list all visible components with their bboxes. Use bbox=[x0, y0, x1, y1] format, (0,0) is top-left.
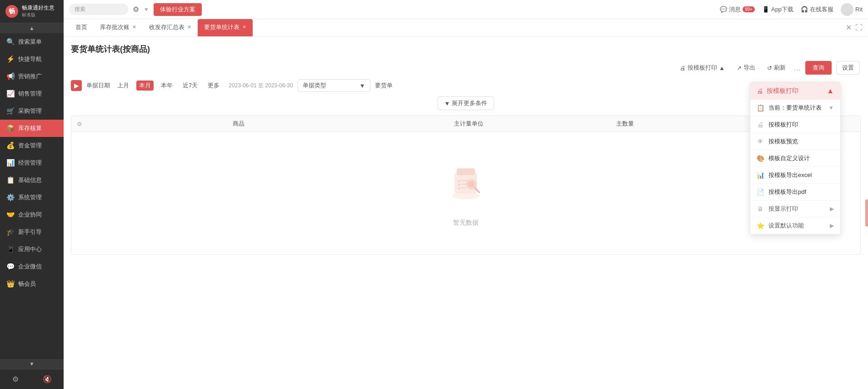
sidebar-scroll-up[interactable]: ▲ bbox=[0, 23, 64, 33]
sidebar-item-members[interactable]: 👑 畅会员 bbox=[0, 275, 64, 293]
query-button[interactable]: 查询 bbox=[805, 61, 832, 75]
table-settings-icon[interactable]: ⚙ bbox=[77, 121, 82, 127]
dropdown-current-item[interactable]: 📋 当前：要货单统计表 ▼ bbox=[750, 100, 840, 116]
template-design-icon: 🎨 bbox=[757, 155, 764, 162]
sidebar-item-label: 新手引导 bbox=[18, 228, 42, 236]
refresh-button[interactable]: ↺ 刷新 bbox=[763, 62, 789, 74]
tab-order-stats-label: 要货单统计表 bbox=[204, 23, 239, 31]
online-service-button[interactable]: 🎧 在线客服 bbox=[801, 5, 833, 14]
filter-toggle-button[interactable]: ▶ bbox=[71, 80, 82, 91]
sidebar-speaker-icon[interactable]: 🔇 bbox=[41, 373, 54, 385]
more-options-button[interactable]: ... bbox=[794, 63, 801, 73]
date-more-button[interactable]: 更多 bbox=[205, 81, 222, 91]
graduation-icon: 🎓 bbox=[6, 228, 15, 236]
user-avatar-area[interactable]: Rit bbox=[841, 3, 863, 16]
lightning-icon: ⚡ bbox=[6, 55, 15, 63]
date-current-year-button[interactable]: 本年 bbox=[158, 81, 175, 91]
order-type-select[interactable]: 单据类型 ▼ bbox=[298, 79, 370, 92]
expand-conditions-button[interactable]: ▼ 展开更多条件 bbox=[438, 96, 494, 110]
sidebar-item-basic-info[interactable]: 📋 基础信息 bbox=[0, 172, 64, 189]
sidebar-item-enterprise[interactable]: 🤝 企业协同 bbox=[0, 206, 64, 223]
sidebar-item-guide[interactable]: 🎓 新手引导 bbox=[0, 223, 64, 241]
sidebar-item-marketing[interactable]: 📢 营销推广 bbox=[0, 68, 64, 85]
sidebar-item-finance[interactable]: 💰 资金管理 bbox=[0, 137, 64, 154]
sidebar-item-label: 搜索菜单 bbox=[18, 38, 42, 46]
dropdown-item-set-default[interactable]: ⭐ 设置默认功能 ▶ bbox=[750, 217, 840, 234]
page-title: 要货单统计表(按商品) bbox=[71, 44, 861, 55]
topbar-chevron-icon[interactable]: ▼ bbox=[144, 6, 149, 13]
tabs-bar: 首页 库存批次账 ✕ 收发存汇总表 ✕ 要货单统计表 ✕ ✕ ⛶ bbox=[64, 19, 868, 36]
topbar-gear-icon[interactable]: ⚙ bbox=[133, 5, 139, 14]
sidebar-item-search[interactable]: 🔍 搜索菜单 bbox=[0, 33, 64, 51]
sidebar-item-apps[interactable]: 📱 应用中心 bbox=[0, 241, 64, 258]
set-default-chevron-icon: ▶ bbox=[830, 222, 834, 229]
dropdown-item-display-print[interactable]: 🖥 按显示打印 ▶ bbox=[750, 201, 840, 217]
sidebar-item-wechat[interactable]: 💬 企业微信 bbox=[0, 258, 64, 275]
export-label: 导出 bbox=[743, 64, 755, 72]
mobile-icon: 📱 bbox=[6, 245, 15, 253]
logo-icon: 畅 bbox=[5, 5, 18, 18]
tab-close-window-icon[interactable]: ✕ bbox=[846, 23, 852, 32]
chat-icon: 💬 bbox=[6, 263, 15, 271]
dropdown-item-template-print[interactable]: 🖨 按模板打印 bbox=[750, 116, 840, 133]
tab-collection-summary[interactable]: 收发存汇总表 ✕ bbox=[143, 19, 198, 36]
sidebar-item-operations[interactable]: 📊 经营管理 bbox=[0, 154, 64, 172]
order-type-label: 单据类型 bbox=[303, 81, 326, 90]
dropdown-item-export-excel[interactable]: 📊 按模板导出excel bbox=[750, 167, 840, 184]
tab-home-label: 首页 bbox=[75, 23, 87, 31]
chevron-down-icon: ▼ bbox=[359, 82, 365, 89]
search-input[interactable]: 搜索 bbox=[69, 4, 128, 15]
export-pdf-icon: 📄 bbox=[757, 188, 764, 196]
app-download-button[interactable]: 📱 App下载 bbox=[762, 5, 793, 14]
sidebar-settings-icon[interactable]: ⚙ bbox=[10, 373, 20, 385]
dropdown-item-template-preview[interactable]: 👁 按模板预览 bbox=[750, 133, 840, 150]
sidebar-item-label: 采购管理 bbox=[18, 107, 42, 115]
dropdown-item-label: 模板自定义设计 bbox=[768, 154, 810, 162]
industry-button[interactable]: 体验行业方案 bbox=[154, 3, 202, 16]
sidebar-item-purchase[interactable]: 🛒 采购管理 bbox=[0, 102, 64, 120]
date-range-display: 2023-06-01 至 2023-06-30 bbox=[229, 82, 293, 90]
tab-home[interactable]: 首页 bbox=[69, 19, 94, 36]
bar-chart-icon: 📊 bbox=[6, 159, 15, 167]
tab-order-stats-close[interactable]: ✕ bbox=[242, 24, 246, 30]
date-current-month-button[interactable]: 本月 bbox=[136, 81, 154, 91]
sidebar-item-sales[interactable]: 📈 销售管理 bbox=[0, 85, 64, 102]
scrollbar-indicator[interactable] bbox=[865, 199, 868, 227]
dropdown-title: 按模板打印 bbox=[767, 87, 798, 95]
download-icon: 📱 bbox=[762, 6, 769, 13]
dropdown-item-template-design[interactable]: 🎨 模板自定义设计 bbox=[750, 150, 840, 167]
dropdown-item-export-pdf[interactable]: 📄 按模板导出pdf bbox=[750, 184, 840, 201]
dropdown-close-icon[interactable]: ▲ bbox=[827, 87, 834, 95]
sidebar-item-quick-nav[interactable]: ⚡ 快捷导航 bbox=[0, 51, 64, 68]
sidebar-bottom: ⚙ 🔇 bbox=[0, 369, 64, 389]
sidebar-item-system[interactable]: ⚙️ 系统管理 bbox=[0, 189, 64, 206]
print-dropdown-menu: 🖨 按模板打印 ▲ 📋 当前：要货单统计表 ▼ 🖨 按模板打印 👁 bbox=[750, 82, 841, 235]
date-7days-button[interactable]: 近7天 bbox=[180, 81, 200, 91]
settings-button[interactable]: 设置 bbox=[836, 61, 860, 75]
online-service-label: 在线客服 bbox=[810, 5, 833, 14]
notifications-button[interactable]: 💬 消息 99+ bbox=[720, 5, 755, 14]
print-dropdown-button[interactable]: 🖨 按模板打印 ▲ bbox=[676, 62, 728, 74]
tab-inventory-batch-label: 库存批次账 bbox=[100, 23, 130, 31]
tab-inventory-batch[interactable]: 库存批次账 ✕ bbox=[94, 19, 143, 36]
svg-point-6 bbox=[458, 180, 460, 182]
print-chevron-up-icon: ▲ bbox=[719, 65, 725, 71]
date-prev-month-button[interactable]: 上月 bbox=[115, 81, 132, 91]
dropdown-item-label: 按模板导出excel bbox=[768, 171, 812, 179]
sidebar-item-label: 经营管理 bbox=[18, 159, 42, 167]
tab-order-stats[interactable]: 要货单统计表 ✕ bbox=[198, 19, 253, 36]
svg-point-4 bbox=[468, 181, 474, 187]
current-icon: 📋 bbox=[757, 104, 764, 111]
sidebar-item-inventory[interactable]: 📦 库存核算 bbox=[0, 120, 64, 137]
content-inner: 要货单统计表(按商品) 🖨 按模板打印 ▲ ↗ 导出 ↺ 刷新 ... 查询 bbox=[64, 36, 868, 389]
tab-expand-icon[interactable]: ⛶ bbox=[855, 24, 863, 32]
dropdown-sub-label: 设置默认功能 bbox=[768, 222, 804, 230]
sidebar-item-label: 营销推广 bbox=[18, 72, 42, 81]
tab-collection-summary-close[interactable]: ✕ bbox=[187, 24, 191, 30]
tab-inventory-batch-close[interactable]: ✕ bbox=[132, 24, 136, 30]
export-button[interactable]: ↗ 导出 bbox=[733, 62, 759, 74]
sidebar-scroll-down[interactable]: ▼ bbox=[0, 359, 64, 369]
main-area: 搜索 ⚙ ▼ 体验行业方案 💬 消息 99+ 📱 App下载 🎧 在线客服 Ri… bbox=[64, 0, 868, 389]
set-default-icon: ⭐ bbox=[757, 222, 764, 229]
sidebar: 畅 畅康通好生意 标准版 ▲ 🔍 搜索菜单 ⚡ 快捷导航 📢 营销推广 📈 销售… bbox=[0, 0, 64, 389]
